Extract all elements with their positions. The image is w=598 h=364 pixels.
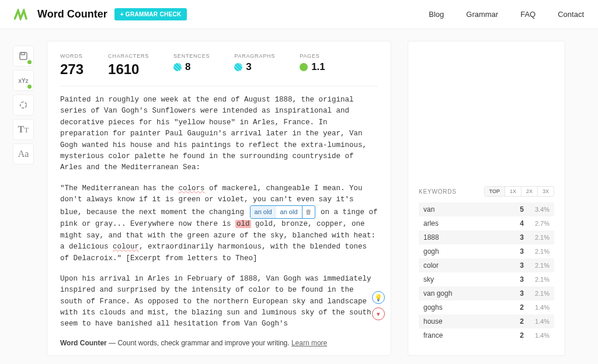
editor-card: WORDS273 CHARACTERS1610 SENTENCES8 PARAG… — [47, 41, 391, 356]
error-badge-icon[interactable]: ▾ — [372, 307, 385, 320]
footer-brand: Word Counter — [60, 339, 107, 347]
font-size-button[interactable]: TT — [13, 119, 34, 140]
font-family-button[interactable]: Aa — [13, 144, 34, 164]
tab-top[interactable]: TOP — [485, 187, 505, 196]
keyword-percent: 1.4% — [532, 304, 550, 311]
tab-3x[interactable]: 3X — [537, 187, 554, 196]
paragraph: Painted in roughly one week at the end o… — [60, 94, 378, 174]
paragraphs-label: PARAGRAPHS — [234, 53, 275, 59]
learn-more-link[interactable]: Learn more — [291, 339, 327, 347]
nav-faq[interactable]: FAQ — [520, 10, 536, 19]
pages-value: 1.1 — [311, 61, 325, 73]
keywords-title: KEYWORDS — [419, 188, 457, 195]
keyword-row[interactable]: house21.4% — [419, 314, 554, 328]
dismiss-suggestion-icon[interactable]: 🗑 — [302, 206, 315, 218]
tab-1x[interactable]: 1X — [505, 187, 521, 196]
suggestion-option[interactable]: an old — [251, 206, 276, 218]
keyword-row[interactable]: sky32.1% — [419, 272, 554, 286]
grammar-check-button[interactable]: + GRAMMAR CHECK — [114, 8, 187, 20]
top-nav: Blog Grammar FAQ Contact — [429, 10, 584, 19]
disc-icon — [173, 63, 182, 71]
keyword-count: 5 — [520, 205, 524, 214]
keyword-word: gogh — [423, 247, 439, 256]
keyword-count: 3 — [520, 247, 524, 256]
keyword-row[interactable]: france21.4% — [419, 328, 554, 342]
keyword-word: color — [423, 261, 439, 270]
spelling-error[interactable]: colors — [179, 184, 205, 192]
keyword-row[interactable]: 188832.1% — [419, 230, 554, 244]
paragraphs-value: 3 — [246, 61, 251, 73]
keyword-count: 4 — [520, 219, 524, 228]
suggestion-option[interactable]: an old — [276, 206, 302, 218]
keyword-count: 3 — [520, 275, 524, 284]
svg-rect-1 — [21, 52, 25, 55]
keyword-word: sky — [423, 275, 434, 284]
tab-2x[interactable]: 2X — [521, 187, 537, 196]
sentences-value: 8 — [185, 61, 190, 73]
highlighted-word[interactable]: old — [235, 220, 251, 228]
tool-rail: xYz TT Aa — [0, 41, 47, 356]
keyword-word: van — [423, 205, 434, 214]
keyword-word: 1888 — [423, 233, 439, 242]
keyword-tabs: TOP 1X 2X 3X — [484, 186, 554, 197]
keyword-percent: 2.1% — [532, 234, 550, 241]
keyword-count: 3 — [520, 289, 524, 298]
keyword-word: van gogh — [423, 289, 452, 298]
nav-grammar[interactable]: Grammar — [466, 10, 498, 19]
footer-line: Word Counter — Count words, check gramma… — [60, 339, 378, 347]
sentences-label: SENTENCES — [173, 53, 210, 59]
save-button[interactable] — [13, 46, 34, 66]
help-icon[interactable]: 💡 — [372, 291, 385, 304]
nav-blog[interactable]: Blog — [429, 10, 444, 19]
keyword-count: 3 — [520, 261, 524, 270]
keyword-row[interactable]: van gogh32.1% — [419, 286, 554, 300]
keyword-word: house — [423, 317, 443, 326]
keyword-row[interactable]: arles42.7% — [419, 216, 554, 230]
spelling-error[interactable]: colour — [113, 243, 139, 251]
keyword-percent: 2.1% — [532, 248, 550, 255]
keyword-row[interactable]: gogh32.1% — [419, 244, 554, 258]
keyword-row[interactable]: goghs21.4% — [419, 300, 554, 314]
case-button[interactable]: xYz — [13, 70, 34, 91]
keyword-count: 2 — [520, 303, 524, 312]
keyword-word: arles — [423, 219, 439, 228]
keyword-percent: 2.1% — [532, 262, 550, 269]
top-bar: Word Counter + GRAMMAR CHECK Blog Gramma… — [0, 0, 598, 29]
chars-value: 1610 — [108, 61, 149, 78]
keywords-card: KEYWORDS TOP 1X 2X 3X van53.4%arles42.7%… — [408, 41, 565, 356]
disc-icon — [300, 63, 308, 71]
app-title: Word Counter — [37, 8, 107, 20]
keyword-list: van53.4%arles42.7%188832.1%gogh32.1%colo… — [419, 202, 554, 342]
words-label: WORDS — [60, 53, 84, 59]
disc-icon — [234, 63, 242, 71]
refresh-button[interactable] — [13, 94, 34, 116]
keyword-count: 3 — [520, 233, 524, 242]
logo-icon — [14, 9, 30, 20]
words-value: 273 — [60, 61, 84, 78]
keyword-word: france — [423, 331, 443, 340]
stats-row: WORDS273 CHARACTERS1610 SENTENCES8 PARAG… — [60, 53, 378, 86]
keyword-percent: 2.1% — [532, 276, 550, 283]
keyword-word: goghs — [423, 303, 443, 312]
keyword-count: 2 — [520, 331, 524, 340]
keyword-count: 2 — [520, 317, 524, 326]
keyword-percent: 2.1% — [532, 290, 550, 297]
svg-point-2 — [20, 102, 27, 108]
keyword-percent: 2.7% — [532, 220, 550, 227]
paragraph: "The Mediterranean has the colors of mac… — [60, 183, 378, 264]
keyword-percent: 1.4% — [532, 332, 550, 339]
footer-desc: — Count words, check grammar and improve… — [107, 339, 291, 347]
pages-label: PAGES — [300, 53, 325, 59]
suggestion-popup: an oldan old🗑 — [250, 205, 315, 219]
keyword-percent: 1.4% — [532, 318, 550, 325]
document-text[interactable]: Painted in roughly one week at the end o… — [60, 94, 378, 330]
paragraph: Upon his arrival in Arles in February of… — [60, 274, 378, 330]
nav-contact[interactable]: Contact — [558, 10, 584, 19]
keyword-row[interactable]: color32.1% — [419, 258, 554, 272]
chars-label: CHARACTERS — [108, 53, 149, 59]
keyword-percent: 3.4% — [532, 206, 550, 213]
keyword-row[interactable]: van53.4% — [419, 202, 554, 216]
float-actions: 💡 ▾ — [372, 291, 385, 320]
